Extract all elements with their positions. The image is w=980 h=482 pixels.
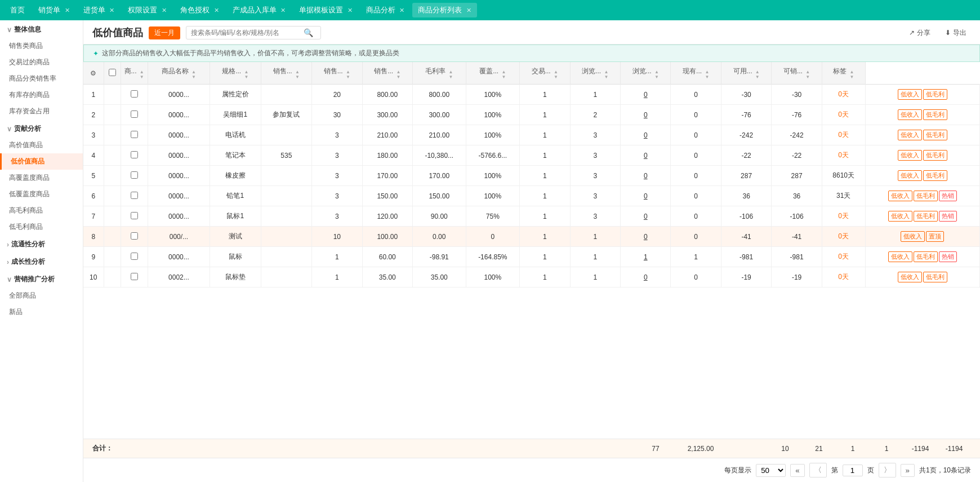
close-icon[interactable]: ✕ <box>466 7 471 14</box>
sidebar-item-inventory-capital[interactable]: 库存资金占用 <box>0 103 83 120</box>
col-checkbox[interactable] <box>104 62 121 85</box>
close-icon[interactable]: ✕ <box>65 7 70 14</box>
cell-checkbox[interactable] <box>121 166 148 186</box>
cell-checkbox[interactable] <box>121 206 148 227</box>
cell-checkbox[interactable] <box>121 267 148 288</box>
close-icon[interactable]: ✕ <box>214 7 219 14</box>
cell-num: 7 <box>83 206 104 227</box>
pv1-link[interactable]: 0 <box>644 213 648 220</box>
per-page-select[interactable]: 50 100 <box>756 464 786 477</box>
row-checkbox[interactable] <box>131 151 138 158</box>
last-page-button[interactable]: » <box>901 464 915 477</box>
sidebar-group-overall[interactable]: ∨ 整体信息 <box>0 20 83 38</box>
cell-trade: 3 <box>570 166 620 186</box>
row-checkbox[interactable] <box>131 110 138 118</box>
filter-button[interactable]: 近一月 <box>149 26 180 39</box>
sidebar-item-low-margin[interactable]: 低毛利商品 <box>0 219 83 235</box>
close-icon[interactable]: ✕ <box>280 7 286 14</box>
next-page-button[interactable]: 〉 <box>879 463 896 477</box>
chevron-down-icon: ∨ <box>7 26 12 34</box>
cell-sellable: 0天 <box>822 85 865 105</box>
prev-page-button[interactable]: 〈 <box>809 463 827 477</box>
cell-checkbox[interactable] <box>121 186 148 206</box>
search-box: 🔍 <box>186 26 321 39</box>
cell-tags: 低收入置顶 <box>865 227 979 247</box>
nav-sales-order[interactable]: 销货单 ✕ <box>33 3 75 17</box>
first-page-button[interactable]: « <box>790 464 804 477</box>
sidebar-group-circulation[interactable]: › 流通性分析 <box>0 235 83 253</box>
sidebar-item-all-products[interactable]: 全部商品 <box>0 288 83 304</box>
cell-sellable: 0天 <box>822 267 865 288</box>
nav-permission[interactable]: 权限设置 ✕ <box>122 3 172 17</box>
cell-sales-profit: -10,380... <box>413 145 466 166</box>
row-checkbox[interactable] <box>131 171 138 179</box>
pv1-link[interactable]: 0 <box>644 152 648 160</box>
pv1-link[interactable]: 0 <box>644 91 648 99</box>
cell-checkbox[interactable] <box>121 125 148 145</box>
row-checkbox[interactable] <box>131 192 138 199</box>
sidebar-item-low-coverage[interactable]: 低覆盖度商品 <box>0 186 83 202</box>
cell-sales-profit: 0.00 <box>413 227 466 247</box>
row-checkbox[interactable] <box>131 212 138 219</box>
nav-product-analysis-list[interactable]: 商品分析列表 ✕ <box>412 3 477 17</box>
nav-product-analysis[interactable]: 商品分析 ✕ <box>360 3 411 17</box>
sidebar-item-traded-products[interactable]: 交易过的商品 <box>0 54 83 70</box>
page-input[interactable] <box>843 465 863 476</box>
close-icon[interactable]: ✕ <box>109 7 114 14</box>
sidebar-item-high-margin[interactable]: 高毛利商品 <box>0 202 83 219</box>
sidebar-group-growth[interactable]: › 成长性分析 <box>0 253 83 270</box>
pv1-link[interactable]: 0 <box>644 192 648 200</box>
cell-checkbox[interactable] <box>121 85 148 105</box>
pv1-link[interactable]: 0 <box>644 273 648 281</box>
col-pv1: 浏览... ▲▼ <box>570 62 620 85</box>
row-checkbox[interactable] <box>131 273 138 280</box>
sidebar-item-inventory-products[interactable]: 有库存的商品 <box>0 87 83 103</box>
cell-checkbox[interactable] <box>121 105 148 125</box>
sidebar-item-new-products[interactable]: 新品 <box>0 304 83 320</box>
row-checkbox[interactable] <box>131 90 138 98</box>
cell-pv1: 1 <box>621 247 671 267</box>
row-checkbox[interactable] <box>131 131 138 138</box>
nav-template[interactable]: 单据模板设置 ✕ <box>293 3 358 17</box>
col-settings[interactable]: ⚙ <box>83 62 104 85</box>
row-checkbox[interactable] <box>131 253 138 260</box>
cell-checkbox[interactable] <box>121 145 148 166</box>
sidebar-group-contribution[interactable]: ∨ 贡献分析 <box>0 120 83 137</box>
select-all-checkbox[interactable] <box>109 69 116 76</box>
sidebar-item-high-value[interactable]: 高价值商品 <box>0 137 83 153</box>
nav-home[interactable]: 首页 <box>5 3 30 17</box>
cell-sales-profit: 300.00 <box>413 105 466 125</box>
cell-sales-qty: 20 <box>312 85 362 105</box>
search-icon[interactable]: 🔍 <box>304 28 313 37</box>
sidebar-item-category-rate[interactable]: 商品分类销售率 <box>0 70 83 87</box>
nav-role-auth[interactable]: 角色授权 ✕ <box>175 3 225 17</box>
nav-product-entry[interactable]: 产成品入库单 ✕ <box>227 3 292 17</box>
sidebar-item-low-value[interactable]: 低价值商品 <box>0 153 83 170</box>
share-button[interactable]: ↗ 分享 <box>905 26 935 39</box>
col-coverage: 覆盖... ▲▼ <box>466 62 520 85</box>
cell-checkbox[interactable] <box>121 247 148 267</box>
cell-name: 鼠标垫 <box>210 267 261 288</box>
cell-trade: 1 <box>570 267 620 288</box>
pv1-link[interactable]: 0 <box>644 172 648 180</box>
info-icon: ✦ <box>93 50 99 58</box>
pv1-link[interactable]: 0 <box>644 111 648 119</box>
pv1-link[interactable]: 0 <box>644 131 648 139</box>
cell-available: -41 <box>772 227 822 247</box>
sidebar-item-sales-products[interactable]: 销售类商品 <box>0 38 83 54</box>
cell-sales-profit: 35.00 <box>413 267 466 288</box>
close-icon[interactable]: ✕ <box>162 7 167 14</box>
cell-spec <box>261 166 312 186</box>
nav-purchase-order[interactable]: 进货单 ✕ <box>78 3 121 17</box>
search-input[interactable] <box>191 29 304 37</box>
cell-checkbox[interactable] <box>121 227 148 247</box>
close-icon[interactable]: ✕ <box>348 7 353 14</box>
pv1-link[interactable]: 0 <box>644 233 648 241</box>
close-icon[interactable]: ✕ <box>399 7 404 14</box>
sidebar-group-marketing[interactable]: ∨ 营销推广分析 <box>0 270 83 288</box>
row-checkbox[interactable] <box>131 232 138 240</box>
pv1-link[interactable]: 1 <box>644 253 648 261</box>
export-button[interactable]: ⬇ 导出 <box>941 26 971 39</box>
sidebar-item-high-coverage[interactable]: 高覆盖度商品 <box>0 170 83 186</box>
footer-pv2: 1 <box>870 445 903 453</box>
